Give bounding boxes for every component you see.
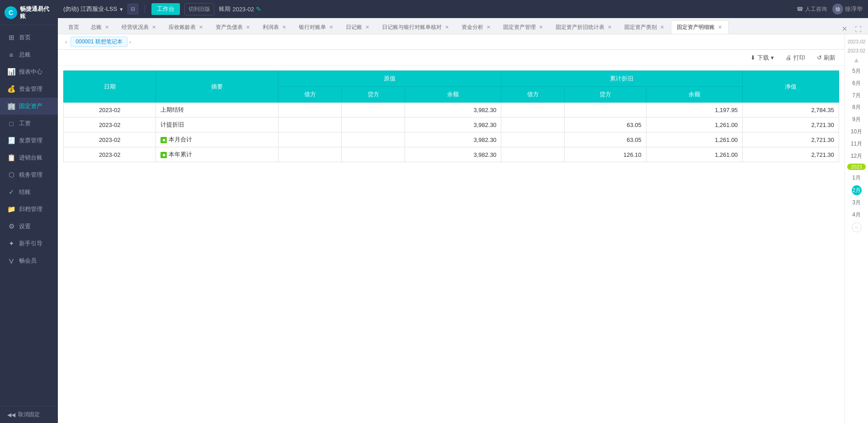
timeline-month-10[interactable]: 10月 [845, 126, 868, 138]
help-button[interactable]: ☎ 人工咨询 [797, 5, 827, 13]
timeline-month-5[interactable]: 5月 [845, 65, 868, 77]
tab-fixed-mgmt-close[interactable]: ✕ [538, 24, 544, 30]
refresh-button[interactable]: ↺ 刷新 [813, 52, 839, 64]
close-all-tabs-icon[interactable]: ✕ [840, 24, 849, 34]
tab-ledger-close[interactable]: ✕ [104, 24, 110, 30]
tab-capital-close[interactable]: ✕ [486, 24, 491, 30]
breadcrumb[interactable]: 000001 联想笔记本 [71, 37, 127, 47]
timeline-month-7[interactable]: 7月 [845, 89, 868, 102]
sidebar-label-tax: 税务管理 [19, 171, 42, 179]
tab-bank-close[interactable]: ✕ [328, 24, 334, 30]
sidebar-item-settings[interactable]: ⚙ 设置 [0, 218, 58, 235]
tab-bank-journal-close[interactable]: ✕ [444, 24, 450, 30]
tab-home[interactable]: 首页 [62, 20, 85, 34]
tab-fixed-depreciation[interactable]: 固定资产折旧统计表 ✕ [550, 20, 618, 34]
timeline-month-1[interactable]: 1月 [845, 172, 868, 184]
sidebar-item-fixed-assets[interactable]: 🏢 固定资产 [0, 98, 58, 115]
period-edit-icon[interactable]: ✎ [256, 5, 261, 13]
sidebar-item-capital[interactable]: 💰 资金管理 [0, 80, 58, 98]
salary-icon: □ [7, 119, 15, 127]
sidebar-label-guide: 新手引导 [19, 240, 42, 248]
sidebar-label-closing: 结账 [19, 188, 31, 196]
timeline-month-6[interactable]: 6月 [845, 77, 868, 89]
sidebar-item-home[interactable]: ⊞ 首页 [0, 29, 58, 46]
tab-fixed-detail-close[interactable]: ✕ [717, 24, 723, 30]
tab-ledger-label: 总账 [91, 24, 102, 31]
cell-accum-balance-3: 1,261.00 [646, 147, 742, 162]
timeline-month-4[interactable]: 4月 [845, 209, 868, 221]
sidebar-item-guide[interactable]: ✦ 新手引导 [0, 235, 58, 252]
col-date: 日期 [64, 71, 156, 103]
maximize-icon[interactable]: ⛶ [853, 24, 863, 34]
tab-balance[interactable]: 资产负债表 ✕ [210, 20, 257, 34]
copy-button[interactable]: ⊟ [127, 4, 138, 14]
tab-fixed-category[interactable]: 固定资产类别 ✕ [618, 20, 671, 34]
tab-fixed-detail[interactable]: 固定资产明细账 ✕ [671, 20, 729, 34]
dropdown-icon: ▾ [120, 6, 123, 13]
timeline-month-9[interactable]: 9月 [845, 113, 868, 126]
unpin-button[interactable]: ◀◀ 取消固定 [0, 406, 58, 423]
download-icon: ⬇ [750, 54, 755, 61]
tab-journal[interactable]: 日记账 ✕ [340, 20, 376, 34]
tab-profit-close[interactable]: ✕ [281, 24, 287, 30]
cell-orig-debit-3 [278, 147, 342, 162]
sidebar-item-sales[interactable]: 📋 进销台账 [0, 149, 58, 166]
print-button[interactable]: 🖨 打印 [782, 52, 809, 64]
tab-ledger[interactable]: 总账 ✕ [85, 20, 116, 34]
sidebar-item-reports[interactable]: 📊 报表中心 [0, 63, 58, 80]
tab-bank-journal[interactable]: 日记账与银行对账单核对 ✕ [376, 20, 456, 34]
download-label: 下载 [757, 54, 769, 62]
breadcrumb-text: 000001 联想笔记本 [75, 38, 122, 46]
sidebar-item-vip[interactable]: V 畅会员 [0, 252, 58, 269]
sidebar-item-archive[interactable]: 📁 归档管理 [0, 201, 58, 218]
logo: C 畅捷通易代账 [0, 0, 58, 25]
fixed-assets-icon: 🏢 [7, 102, 15, 110]
monthly-total-tag: ■ [160, 137, 167, 143]
cell-summary-3: ■本年累计 [156, 147, 278, 162]
invoice-icon: 🧾 [7, 136, 15, 145]
tab-capital[interactable]: 资金分析 ✕ [456, 20, 497, 34]
sidebar-item-ledger[interactable]: ≡ 总账 [0, 46, 58, 63]
inner-content: ‹ 000001 联想笔记本 › ⬇ 下载 ▾ 🖨 打印 ↺ [58, 34, 844, 423]
user-menu[interactable]: 徐 徐淳华 [832, 4, 863, 14]
timeline-month-11[interactable]: 11月 [845, 138, 868, 150]
download-button[interactable]: ⬇ 下载 ▾ [747, 52, 778, 64]
print-label: 打印 [793, 54, 805, 62]
tab-bank[interactable]: 银行对账单 ✕ [293, 20, 340, 34]
tab-receivable[interactable]: 应收账龄表 ✕ [163, 20, 210, 34]
timeline-settings-icon[interactable]: ○ [852, 222, 862, 232]
tab-balance-close[interactable]: ✕ [245, 24, 251, 30]
sidebar-item-closing[interactable]: ✓ 结账 [0, 183, 58, 201]
sidebar-item-tax[interactable]: ⬡ 税务管理 [0, 166, 58, 183]
timeline-month-8[interactable]: 8月 [845, 101, 868, 113]
sidebar-label-settings: 设置 [19, 222, 31, 230]
tab-fixed-dep-close[interactable]: ✕ [607, 24, 613, 30]
tab-journal-close[interactable]: ✕ [364, 24, 370, 30]
switch-version-button[interactable]: 切到旧版 [184, 3, 214, 15]
sidebar-item-salary[interactable]: □ 工资 [0, 115, 58, 132]
tab-operating[interactable]: 经营状况表 ✕ [116, 20, 163, 34]
tab-operating-close[interactable]: ✕ [151, 24, 157, 30]
tab-profit[interactable]: 利润表 ✕ [257, 20, 293, 34]
timeline-up-arrow[interactable]: ▲ [852, 55, 861, 65]
subnav-forward-arrow[interactable]: › [129, 38, 131, 45]
tab-fixed-dep-label: 固定资产折旧统计表 [556, 24, 604, 31]
cell-accum-credit-0 [564, 103, 646, 118]
period-display: 账期 2023-02 ✎ [219, 5, 261, 13]
sidebar-label-vip: 畅会员 [19, 257, 37, 265]
sidebar-item-invoice[interactable]: 🧾 发票管理 [0, 132, 58, 149]
tab-profit-label: 利润表 [263, 24, 279, 31]
tab-balance-label: 资产负债表 [216, 24, 243, 31]
tab-fixed-mgmt[interactable]: 固定资产管理 ✕ [497, 20, 550, 34]
tab-fixed-detail-label: 固定资产明细账 [677, 24, 715, 31]
tab-journal-label: 日记账 [346, 24, 362, 31]
tab-receivable-close[interactable]: ✕ [198, 24, 204, 30]
company-selector[interactable]: (勿动) 江西服业-LSS ▾ [63, 5, 123, 13]
timeline-month-2-current[interactable]: 2月 [852, 185, 862, 195]
subnav-back-arrow[interactable]: ‹ [63, 38, 69, 46]
tab-fixed-cat-close[interactable]: ✕ [659, 24, 665, 30]
workbench-button[interactable]: 工作台 [151, 3, 180, 15]
timeline-month-12[interactable]: 12月 [845, 150, 868, 162]
timeline-month-3[interactable]: 3月 [845, 197, 868, 209]
table-container: 日期 摘要 原值 累计折旧 净值 借方 贷方 余额 借方 贷方 余额 [58, 66, 844, 423]
